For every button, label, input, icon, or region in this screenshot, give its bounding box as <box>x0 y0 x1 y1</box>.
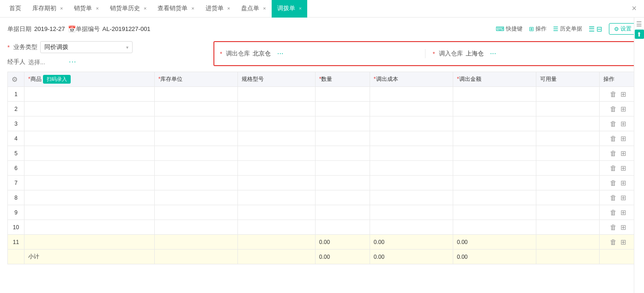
row-unit-8[interactable] <box>154 190 237 205</box>
row-qty-5[interactable] <box>315 146 370 161</box>
row-unit-9[interactable] <box>154 205 237 220</box>
row-product-1[interactable] <box>24 87 155 102</box>
copy-icon-7[interactable]: ⊞ <box>620 179 626 187</box>
row-cost-1[interactable] <box>370 87 453 102</box>
row-amount-7[interactable] <box>453 176 536 190</box>
sidebar-share-icon[interactable]: ⬆ <box>635 30 644 39</box>
delete-icon-11[interactable]: 🗑 <box>610 238 617 246</box>
operate-action[interactable]: ⊞ 操作 <box>529 25 547 33</box>
row-spec-3[interactable] <box>237 116 315 131</box>
row-spec-2[interactable] <box>237 102 315 116</box>
person-more-icon[interactable]: ··· <box>69 58 76 66</box>
row-cost-3[interactable] <box>370 116 453 131</box>
row-qty-2[interactable] <box>315 102 370 116</box>
calendar-icon[interactable]: 📅 <box>68 25 76 33</box>
copy-icon-1[interactable]: ⊞ <box>620 90 626 98</box>
row-unit-2[interactable] <box>154 102 237 116</box>
delete-icon-10[interactable]: 🗑 <box>610 223 617 232</box>
person-input[interactable] <box>28 59 65 66</box>
row-amount-8[interactable] <box>453 190 536 205</box>
row-available-7[interactable] <box>536 176 599 190</box>
row-cost-5[interactable] <box>370 146 453 161</box>
delete-icon-2[interactable]: 🗑 <box>610 105 617 113</box>
row-spec-1[interactable] <box>237 87 315 102</box>
row-cost-7[interactable] <box>370 176 453 190</box>
row-product-10[interactable] <box>24 220 155 235</box>
delete-icon-4[interactable]: 🗑 <box>610 134 617 143</box>
row-unit-1[interactable] <box>154 87 237 102</box>
row-unit-4[interactable] <box>154 131 237 146</box>
close-tab-6[interactable]: × <box>263 6 266 11</box>
layout-grid-icon[interactable]: ⊟ <box>596 25 602 33</box>
copy-icon-3[interactable]: ⊞ <box>620 120 626 128</box>
row-cost-4[interactable] <box>370 131 453 146</box>
row-product-6[interactable] <box>24 161 155 176</box>
row-cost-2[interactable] <box>370 102 453 116</box>
row-spec-9[interactable] <box>237 205 315 220</box>
row-product-2[interactable] <box>24 102 155 116</box>
table-settings-icon[interactable]: ⚙ <box>12 75 18 83</box>
row-spec-4[interactable] <box>237 131 315 146</box>
close-tab-1[interactable]: × <box>60 6 63 11</box>
row-amount-2[interactable] <box>453 102 536 116</box>
row-spec-11[interactable] <box>237 235 315 250</box>
row-product-3[interactable] <box>24 116 155 131</box>
row-spec-10[interactable] <box>237 220 315 235</box>
tab-sales[interactable]: 销货单 × <box>68 0 104 18</box>
scan-button[interactable]: 扫码录入 <box>43 75 71 84</box>
delete-icon-6[interactable]: 🗑 <box>610 164 617 172</box>
row-amount-10[interactable] <box>453 220 536 235</box>
row-available-6[interactable] <box>536 161 599 176</box>
tab-home[interactable]: 首页 <box>4 0 27 18</box>
row-product-9[interactable] <box>24 205 155 220</box>
close-tab-7[interactable]: × <box>299 6 302 11</box>
delete-icon-5[interactable]: 🗑 <box>610 149 617 158</box>
row-available-10[interactable] <box>536 220 599 235</box>
copy-icon-9[interactable]: ⊞ <box>620 208 626 217</box>
row-spec-7[interactable] <box>237 176 315 190</box>
row-qty-1[interactable] <box>315 87 370 102</box>
business-type-select[interactable]: 同价调拨 ▾ <box>40 41 133 53</box>
row-unit-10[interactable] <box>154 220 237 235</box>
row-available-2[interactable] <box>536 102 599 116</box>
close-tab-5[interactable]: × <box>227 6 230 11</box>
close-all-tabs[interactable]: × <box>628 4 640 13</box>
row-product-11[interactable] <box>24 235 155 250</box>
delete-icon-3[interactable]: 🗑 <box>610 120 617 128</box>
row-qty-3[interactable] <box>315 116 370 131</box>
row-cost-6[interactable] <box>370 161 453 176</box>
row-unit-6[interactable] <box>154 161 237 176</box>
row-cost-8[interactable] <box>370 190 453 205</box>
copy-icon-5[interactable]: ⊞ <box>620 149 626 158</box>
close-tab-3[interactable]: × <box>144 6 146 11</box>
row-amount-1[interactable] <box>453 87 536 102</box>
row-available-4[interactable] <box>536 131 599 146</box>
sidebar-note-icon[interactable]: ☰ <box>635 19 644 29</box>
copy-icon-10[interactable]: ⊞ <box>620 223 626 232</box>
row-spec-5[interactable] <box>237 146 315 161</box>
row-qty-7[interactable] <box>315 176 370 190</box>
row-qty-4[interactable] <box>315 131 370 146</box>
warehouse-out-more[interactable]: ··· <box>277 49 283 58</box>
row-amount-4[interactable] <box>453 131 536 146</box>
copy-icon-6[interactable]: ⊞ <box>620 164 626 172</box>
row-unit-5[interactable] <box>154 146 237 161</box>
row-amount-9[interactable] <box>453 205 536 220</box>
row-qty-6[interactable] <box>315 161 370 176</box>
row-product-7[interactable] <box>24 176 155 190</box>
row-available-8[interactable] <box>536 190 599 205</box>
tab-inventory[interactable]: 盘点单 × <box>236 0 271 18</box>
tab-purchase[interactable]: 进货单 × <box>200 0 236 18</box>
tab-inventory-init[interactable]: 库存期初 × <box>27 0 68 18</box>
row-available-9[interactable] <box>536 205 599 220</box>
row-cost-10[interactable] <box>370 220 453 235</box>
row-unit-11[interactable] <box>154 235 237 250</box>
tab-sales-history[interactable]: 销货单历史 × <box>104 0 152 18</box>
row-available-3[interactable] <box>536 116 599 131</box>
row-available-11[interactable] <box>536 235 599 250</box>
warehouse-in-more[interactable]: ··· <box>490 49 496 58</box>
delete-icon-8[interactable]: 🗑 <box>610 194 617 202</box>
delete-icon-9[interactable]: 🗑 <box>610 208 617 217</box>
row-product-4[interactable] <box>24 131 155 146</box>
row-amount-6[interactable] <box>453 161 536 176</box>
